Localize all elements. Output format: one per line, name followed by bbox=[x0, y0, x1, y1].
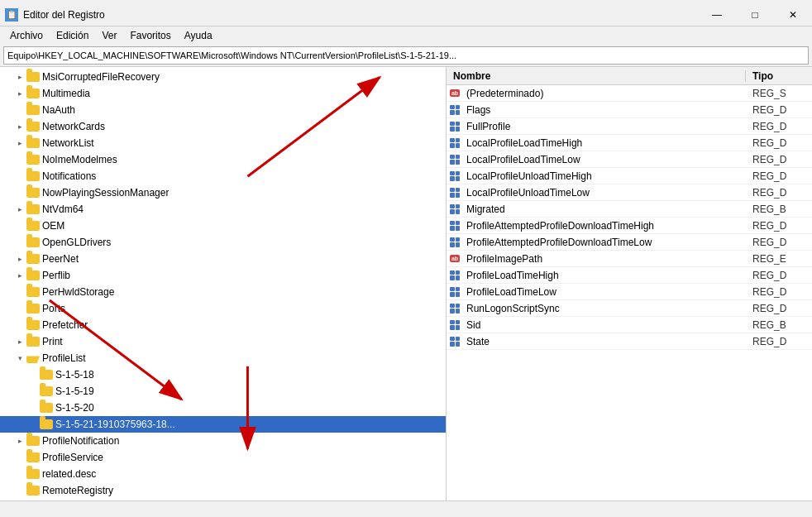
tree-item-profileservice[interactable]: ProfileService bbox=[0, 449, 446, 466]
tree-label-peernet: PeerNet bbox=[42, 253, 79, 265]
expand-btn-peernet[interactable]: ▸ bbox=[13, 252, 26, 266]
tree-item-s1519[interactable]: S-1-5-19 bbox=[0, 383, 446, 400]
folder-icon-perhwld bbox=[26, 286, 40, 298]
reg-type-localprofileunloadtimehigh: REG_D bbox=[746, 170, 812, 182]
menu-bar: ArchivoEdiciónVerFavoritosAyuda bbox=[0, 26, 812, 45]
reg-row-localprofileloadtimelow[interactable]: LocalProfileLoadTimeLowREG_D bbox=[447, 151, 812, 168]
expand-btn-s1521 bbox=[26, 418, 40, 431]
app-icon: 📋 bbox=[5, 8, 18, 22]
tree-label-noime: NoImeModelmes bbox=[42, 154, 117, 165]
menu-item-edición[interactable]: Edición bbox=[50, 28, 95, 43]
expand-btn-multimedia[interactable]: ▸ bbox=[13, 87, 26, 100]
reg-row-migrated[interactable]: MigratedREG_B bbox=[447, 201, 812, 218]
tree-item-notifications[interactable]: Notifications bbox=[0, 168, 446, 184]
reg-row-profileattempteddownloadlow[interactable]: ProfileAttemptedProfileDownloadTimeLowRE… bbox=[447, 234, 812, 251]
reg-icon-profileimagepath: ab bbox=[447, 251, 463, 267]
tree-label-s1519: S-1-5-19 bbox=[55, 385, 94, 397]
reg-name-flags: Flags bbox=[463, 104, 746, 116]
reg-row-profileloadtimehigh[interactable]: ProfileLoadTimeHighREG_D bbox=[447, 267, 812, 284]
maximize-button[interactable]: □ bbox=[736, 2, 774, 28]
reg-row-localprofileunloadtimelow[interactable]: LocalProfileUnloadTimeLowREG_D bbox=[447, 184, 812, 201]
folder-icon-multimedia bbox=[26, 88, 40, 99]
tree-item-networkcards[interactable]: ▸NetworkCards bbox=[0, 118, 446, 135]
menu-item-ayuda[interactable]: Ayuda bbox=[178, 28, 219, 43]
expand-btn-noime bbox=[13, 153, 26, 166]
reg-type-profileimagepath: REG_E bbox=[746, 253, 812, 265]
tree-item-profilenotif[interactable]: ▸ProfileNotification bbox=[0, 433, 446, 449]
tree-item-peernet[interactable]: ▸PeerNet bbox=[0, 251, 446, 267]
menu-item-archivo[interactable]: Archivo bbox=[3, 28, 50, 43]
tree-item-naauth[interactable]: NaAuth bbox=[0, 102, 446, 118]
reg-icon-localprofileloadtimehigh bbox=[447, 135, 463, 151]
reg-row-localprofileunloadtimehigh[interactable]: LocalProfileUnloadTimeHighREG_D bbox=[447, 168, 812, 184]
menu-item-favoritos[interactable]: Favoritos bbox=[123, 28, 177, 43]
expand-btn-s1519 bbox=[26, 385, 40, 398]
tree-item-perflib[interactable]: ▸Perflib bbox=[0, 267, 446, 284]
expand-btn-networklist[interactable]: ▸ bbox=[13, 136, 26, 150]
folder-icon-prefetcher bbox=[26, 319, 40, 331]
tree-item-s1518[interactable]: S-1-5-18 bbox=[0, 366, 446, 383]
tree-item-multimedia[interactable]: ▸Multimedia bbox=[0, 85, 446, 102]
tree-item-oem[interactable]: OEM bbox=[0, 218, 446, 234]
tree-label-oem: OEM bbox=[42, 220, 64, 232]
expand-btn-related bbox=[13, 467, 26, 481]
reg-row-localprofileloadtimehigh[interactable]: LocalProfileLoadTimeHighREG_D bbox=[447, 135, 812, 151]
tree-item-opengl[interactable]: OpenGLDrivers bbox=[0, 234, 446, 251]
reg-row-predeterminado[interactable]: ab(Predeterminado)REG_S bbox=[447, 85, 812, 102]
expand-btn-print[interactable]: ▸ bbox=[13, 335, 26, 348]
tree-item-nowplaying[interactable]: NowPlayingSessionManager bbox=[0, 184, 446, 201]
folder-icon-msi bbox=[26, 71, 40, 83]
menu-item-ver[interactable]: Ver bbox=[95, 28, 123, 43]
folder-icon-s1520 bbox=[40, 402, 53, 414]
tree-item-networklist[interactable]: ▸NetworkList bbox=[0, 135, 446, 151]
reg-row-runlogonscriptsync[interactable]: RunLogonScriptSyncREG_D bbox=[447, 300, 812, 317]
folder-icon-profilelist bbox=[26, 352, 40, 364]
tree-label-ntvdm: NtVdm64 bbox=[42, 203, 84, 215]
expand-btn-networkcards[interactable]: ▸ bbox=[13, 120, 26, 133]
folder-icon-s1518 bbox=[40, 369, 53, 381]
tree-label-profilenotif: ProfileNotification bbox=[42, 435, 119, 447]
tree-label-networkcards: NetworkCards bbox=[42, 121, 105, 132]
tree-item-s1521[interactable]: S-1-5-21-1910375963-18... bbox=[0, 416, 446, 433]
tree-item-print[interactable]: ▸Print bbox=[0, 333, 446, 350]
expand-btn-profilenotif[interactable]: ▸ bbox=[13, 434, 26, 448]
tree-item-s1520[interactable]: S-1-5-20 bbox=[0, 400, 446, 416]
tree-item-profilelist[interactable]: ▾ProfileList bbox=[0, 350, 446, 366]
expand-btn-msi[interactable]: ▸ bbox=[13, 70, 26, 84]
tree-item-ntvdm[interactable]: ▸NtVdm64 bbox=[0, 201, 446, 218]
tree-label-opengl: OpenGLDrivers bbox=[42, 237, 111, 248]
reg-icon-predeterminado: ab bbox=[447, 85, 463, 102]
minimize-button[interactable]: — bbox=[698, 2, 736, 28]
tree-item-ports[interactable]: Ports bbox=[0, 300, 446, 317]
reg-row-fullprofile[interactable]: FullProfileREG_D bbox=[447, 118, 812, 135]
expand-btn-profilelist[interactable]: ▾ bbox=[13, 352, 26, 365]
reg-row-state[interactable]: StateREG_D bbox=[447, 333, 812, 350]
tree-item-remoteregistry[interactable]: RemoteRegistry bbox=[0, 482, 446, 499]
reg-row-sid[interactable]: SidREG_B bbox=[447, 317, 812, 333]
tree-item-noime[interactable]: NoImeModelmes bbox=[0, 151, 446, 168]
reg-row-flags[interactable]: FlagsREG_D bbox=[447, 102, 812, 118]
registry-scroll[interactable]: ab(Predeterminado)REG_SFlagsREG_DFullPro… bbox=[447, 85, 812, 500]
reg-icon-runlogonscriptsync bbox=[447, 300, 463, 317]
folder-icon-remoteregistry bbox=[26, 485, 40, 496]
window-controls: — □ ✕ bbox=[698, 2, 812, 28]
tree-item-prefetcher[interactable]: Prefetcher bbox=[0, 317, 446, 333]
folder-icon-print bbox=[26, 336, 40, 347]
reg-row-profileloadtimelow[interactable]: ProfileLoadTimeLowREG_D bbox=[447, 284, 812, 300]
tree-item-related[interactable]: related.desc bbox=[0, 466, 446, 482]
tree-scroll[interactable]: ▸MsiCorruptedFileRecovery▸MultimediaNaAu… bbox=[0, 67, 446, 500]
reg-row-profileimagepath[interactable]: abProfileImagePathREG_E bbox=[447, 251, 812, 267]
tree-label-multimedia: Multimedia bbox=[42, 88, 90, 99]
address-bar[interactable]: Equipo\HKEY_LOCAL_MACHINE\SOFTWARE\Micro… bbox=[3, 46, 809, 65]
reg-icon-sid bbox=[447, 317, 463, 333]
tree-item-msi[interactable]: ▸MsiCorruptedFileRecovery bbox=[0, 69, 446, 85]
folder-icon-s1519 bbox=[40, 385, 53, 397]
close-button[interactable]: ✕ bbox=[774, 2, 812, 28]
reg-row-profileattempteddownloadhigh[interactable]: ProfileAttemptedProfileDownloadTimeHighR… bbox=[447, 218, 812, 234]
expand-btn-perflib[interactable]: ▸ bbox=[13, 269, 26, 282]
reg-type-flags: REG_D bbox=[746, 104, 812, 116]
expand-btn-ntvdm[interactable]: ▸ bbox=[13, 203, 26, 216]
folder-icon-noime bbox=[26, 154, 40, 165]
tree-item-perhwld[interactable]: PerHwldStorage bbox=[0, 284, 446, 300]
reg-name-profileimagepath: ProfileImagePath bbox=[463, 253, 746, 265]
